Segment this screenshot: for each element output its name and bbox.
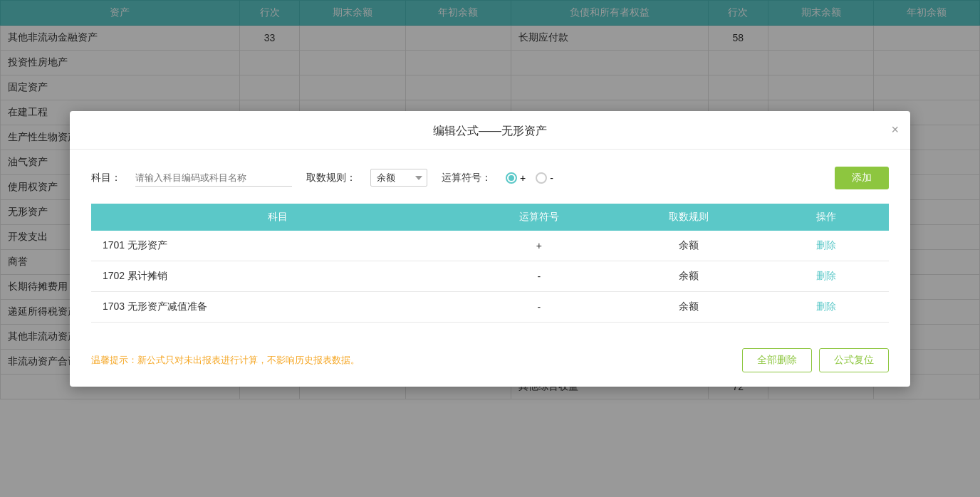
rule-label: 取数规则： <box>306 172 356 184</box>
hint-text: 温馨提示：新公式只对未出报表进行计算，不影响历史报表数据。 <box>91 354 360 367</box>
operator-minus-radio[interactable]: - <box>536 172 553 184</box>
delete-row-2-button[interactable]: 删除 <box>816 300 836 313</box>
list-item: 1702 累计摊销 - 余额 删除 <box>91 261 889 291</box>
table-col-action: 操作 <box>764 204 889 231</box>
delete-all-button[interactable]: 全部删除 <box>742 348 812 372</box>
radio-minus-circle <box>536 172 547 184</box>
operator-plus-radio[interactable]: + <box>506 172 526 184</box>
operator-radio-group: + - <box>506 172 553 184</box>
modal-footer: 温馨提示：新公式只对未出报表进行计算，不影响历史报表数据。 全部删除 公式复位 <box>70 337 910 387</box>
operator-plus-label: + <box>520 172 526 184</box>
modal-header: 编辑公式——无形资产 × <box>70 111 910 150</box>
formula-operator-0: + <box>464 231 615 261</box>
reset-formula-button[interactable]: 公式复位 <box>819 348 889 372</box>
rule-select[interactable]: 余额 借方 贷方 <box>370 169 427 187</box>
formula-operator-1: - <box>464 261 615 291</box>
list-item: 1701 无形资产 + 余额 删除 <box>91 231 889 261</box>
list-item: 1703 无形资产减值准备 - 余额 删除 <box>91 291 889 322</box>
table-col-subject: 科目 <box>91 204 464 231</box>
formula-table: 科目 运算符号 取数规则 操作 1701 无形资产 + 余额 删除 1702 累… <box>91 204 889 323</box>
formula-rule-0: 余额 <box>614 231 764 261</box>
table-col-rule: 取数规则 <box>614 204 764 231</box>
formula-action-1: 删除 <box>764 261 889 291</box>
formula-rule-2: 余额 <box>614 291 764 322</box>
formula-action-0: 删除 <box>764 231 889 261</box>
formula-subject-0: 1701 无形资产 <box>91 231 464 261</box>
formula-action-2: 删除 <box>764 291 889 322</box>
subject-input[interactable] <box>135 169 292 187</box>
operator-label: 运算符号： <box>442 172 491 184</box>
delete-row-1-button[interactable]: 删除 <box>816 270 836 283</box>
formula-rule-1: 余额 <box>614 261 764 291</box>
subject-label: 科目： <box>91 172 121 184</box>
delete-row-0-button[interactable]: 删除 <box>816 239 836 252</box>
modal-overlay: 编辑公式——无形资产 × 科目： 取数规则： 余额 借方 贷方 运算符号： <box>0 0 980 497</box>
add-button[interactable]: 添加 <box>835 167 889 189</box>
formula-subject-1: 1702 累计摊销 <box>91 261 464 291</box>
modal-title: 编辑公式——无形资产 <box>433 125 547 137</box>
form-row: 科目： 取数规则： 余额 借方 贷方 运算符号： + <box>91 167 889 189</box>
footer-buttons: 全部删除 公式复位 <box>742 348 889 372</box>
formula-subject-2: 1703 无形资产减值准备 <box>91 291 464 322</box>
radio-plus-circle <box>506 172 517 184</box>
edit-formula-modal: 编辑公式——无形资产 × 科目： 取数规则： 余额 借方 贷方 运算符号： <box>70 111 910 387</box>
modal-body: 科目： 取数规则： 余额 借方 贷方 运算符号： + <box>70 150 910 337</box>
rule-select-group: 余额 借方 贷方 <box>370 169 427 187</box>
operator-minus-label: - <box>550 172 553 184</box>
modal-close-button[interactable]: × <box>891 123 899 136</box>
table-col-operator: 运算符号 <box>464 204 615 231</box>
formula-operator-2: - <box>464 291 615 322</box>
